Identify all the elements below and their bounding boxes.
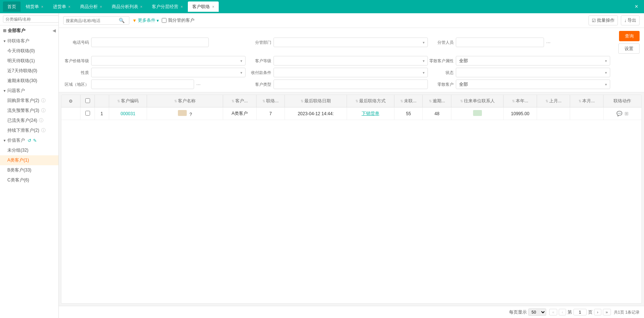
close-goods-analysis-icon[interactable]: × bbox=[100, 5, 102, 9]
th-last-method[interactable]: 最后联络方式 bbox=[347, 95, 394, 107]
sidebar-item-b-class[interactable]: B类客户(33) bbox=[0, 165, 58, 175]
th-overdue[interactable]: 逾期... bbox=[423, 95, 451, 107]
query-btn[interactable]: 查询 bbox=[619, 31, 640, 41]
td-code[interactable]: 000031 bbox=[109, 107, 147, 120]
price-level-select[interactable]: ▾ bbox=[91, 56, 246, 66]
select-all-checkbox[interactable] bbox=[85, 98, 90, 103]
filter-search-icon[interactable]: 🔍 bbox=[119, 18, 125, 23]
region-input[interactable] bbox=[91, 80, 194, 89]
close-sales-icon[interactable]: × bbox=[41, 5, 43, 9]
nav-tab-customer-contact[interactable]: 客户联络 × bbox=[188, 1, 219, 12]
sidebar-item-churned[interactable]: 已流失客户(24) ⓘ bbox=[0, 116, 58, 126]
phone-input[interactable] bbox=[91, 38, 209, 47]
export-btn[interactable]: ↓ 导出 bbox=[621, 15, 640, 25]
sidebar-item-ungroup[interactable]: 未分组(32) bbox=[0, 145, 58, 155]
person-dots[interactable]: ··· bbox=[546, 39, 551, 45]
retail-select[interactable]: 全部 ▾ bbox=[456, 80, 610, 89]
nature-select[interactable]: ▾ bbox=[91, 68, 246, 77]
td-last-method[interactable]: 下销货单 bbox=[347, 107, 394, 120]
section-problem-customers[interactable]: ▼ 问题客户 bbox=[0, 86, 58, 96]
grid-action-icon[interactable]: ⊞ bbox=[625, 111, 629, 116]
retail-value: 全部 bbox=[459, 81, 468, 88]
sidebar-item-a-class[interactable]: A类客户(1) bbox=[0, 155, 58, 165]
page-input[interactable] bbox=[573, 309, 587, 315]
row-checkbox[interactable] bbox=[85, 111, 90, 116]
sidebar-item-today[interactable]: 今天待联络(0) bbox=[0, 46, 58, 56]
th-type[interactable]: 客户... bbox=[223, 95, 257, 107]
nav-tab-customer-segment-label: 客户分层经营 bbox=[152, 4, 178, 10]
edit-icon[interactable]: ✎ bbox=[33, 138, 37, 143]
th-last-date[interactable]: 最后联络日期 bbox=[285, 95, 347, 107]
setting-btn[interactable]: 设置 bbox=[618, 43, 640, 54]
last-method-link[interactable]: 下销货单 bbox=[362, 111, 379, 116]
close-goods-analysis-list-icon[interactable]: × bbox=[140, 5, 143, 9]
retail-attr-arrow: ▾ bbox=[605, 59, 607, 63]
sidebar-item-rebuy-abnormal[interactable]: 回购异常客户(2) ⓘ bbox=[0, 96, 58, 106]
th-unit-contact[interactable]: 往来单位联系人 bbox=[451, 95, 504, 107]
filter-search-input[interactable] bbox=[66, 18, 117, 23]
nav-tab-goods-analysis-list[interactable]: 商品分析列表 × bbox=[107, 1, 147, 12]
th-this-year[interactable]: 本年... bbox=[504, 95, 537, 107]
next-page-btn[interactable]: › bbox=[594, 309, 601, 315]
nature-label: 性质 bbox=[63, 70, 89, 75]
advanced-filters: 电话号码 分管部门 ▾ 分管人员 ··· 查询 设置 bbox=[59, 28, 644, 92]
th-code[interactable]: 客户编码 bbox=[109, 95, 147, 107]
gear-icon[interactable]: ⚙ bbox=[69, 99, 73, 104]
batch-op-btn[interactable]: ☑ 批量操作 bbox=[588, 15, 618, 25]
filter-more-btn[interactable]: ▼ 更多条件 ▾ bbox=[132, 17, 159, 24]
dept-select[interactable]: ▾ bbox=[273, 38, 428, 47]
per-page-select[interactable]: 50 100 200 bbox=[528, 308, 546, 316]
comment-action-icon[interactable]: 💬 bbox=[616, 111, 622, 116]
my-customers-checkbox[interactable] bbox=[162, 18, 167, 23]
retail-attr-select[interactable]: 全部 ▾ bbox=[456, 56, 610, 66]
th-contact[interactable]: 联络... bbox=[256, 95, 285, 107]
th-checkbox[interactable] bbox=[80, 95, 95, 107]
batch-op-label: 批量操作 bbox=[597, 17, 615, 24]
sidebar-search-input[interactable] bbox=[3, 15, 59, 23]
pay-condition-select[interactable]: ▾ bbox=[273, 68, 428, 77]
th-name[interactable]: 客户名称 bbox=[147, 95, 223, 107]
sidebar-item-tomorrow[interactable]: 明天待联络(1) bbox=[0, 56, 58, 66]
section-label-pending: 待联络客户 bbox=[7, 38, 29, 44]
sidebar-item-declining[interactable]: 持续下滑客户(2) ⓘ bbox=[0, 126, 58, 135]
collapse-icon[interactable]: ◀ bbox=[53, 28, 56, 33]
th-not-contacted[interactable]: 未联... bbox=[394, 95, 423, 107]
last-page-btn[interactable]: » bbox=[603, 309, 611, 315]
filter-my-customers[interactable]: 我分管的客户 bbox=[162, 17, 194, 24]
nav-tab-goods-analysis[interactable]: 商品分析 × bbox=[76, 1, 107, 12]
td-index: 1 bbox=[95, 107, 109, 120]
person-input[interactable] bbox=[456, 38, 544, 47]
refresh-icon[interactable]: ↺ bbox=[28, 138, 31, 143]
per-page-label: 每页显示 bbox=[509, 309, 527, 315]
customer-type-input[interactable] bbox=[273, 80, 428, 89]
nav-tab-purchase[interactable]: 进货单 × bbox=[49, 1, 75, 12]
td-this-year: 10995.00 bbox=[504, 107, 537, 120]
nav-tab-sales[interactable]: 销货单 × bbox=[21, 1, 48, 12]
first-page-btn[interactable]: « bbox=[549, 309, 557, 315]
nav-close-all[interactable]: × bbox=[632, 3, 641, 10]
section-pending-contact[interactable]: ▼ 待联络客户 bbox=[0, 36, 58, 46]
filter-cell-retail: 零散客户 全部 ▾ bbox=[428, 80, 610, 89]
close-customer-contact-icon[interactable]: × bbox=[212, 5, 214, 9]
unit-contact-block bbox=[473, 110, 482, 116]
sidebar-all-customers-header: ⊞ 全部客户 ◀ bbox=[0, 25, 58, 36]
section-value-customers[interactable]: ▼ 价值客户 ↺ ✎ bbox=[0, 135, 58, 145]
sidebar-item-churn-warning[interactable]: 流失预警客户(3) ⓘ bbox=[0, 106, 58, 116]
filter-more-label: 更多条件 bbox=[138, 17, 155, 24]
close-purchase-icon[interactable]: × bbox=[68, 5, 71, 9]
filter-row-2: 客户价格等级 ▾ 客户等级 ▾ 零散客户属性 全部 bbox=[63, 56, 640, 66]
customer-level-select[interactable]: ▾ bbox=[273, 56, 428, 66]
sidebar-item-c-class[interactable]: C类客户(6) bbox=[0, 175, 58, 185]
th-gear[interactable]: ⚙ bbox=[61, 95, 80, 107]
sidebar-item-overdue[interactable]: 逾期未联络(30) bbox=[0, 76, 58, 86]
region-dots[interactable]: ··· bbox=[196, 81, 201, 87]
sidebar-item-7days[interactable]: 近7天待联络(0) bbox=[0, 66, 58, 76]
td-checkbox[interactable] bbox=[80, 107, 95, 120]
th-this-month[interactable]: 本月... bbox=[570, 95, 604, 107]
th-last-month[interactable]: 上月... bbox=[537, 95, 570, 107]
prev-page-btn[interactable]: ‹ bbox=[559, 309, 566, 315]
close-customer-segment-icon[interactable]: × bbox=[180, 5, 183, 9]
nav-tab-customer-segment[interactable]: 客户分层经营 × bbox=[147, 1, 187, 12]
nav-tab-home[interactable]: 首页 bbox=[3, 1, 21, 12]
status-select[interactable]: ▾ bbox=[456, 68, 610, 77]
